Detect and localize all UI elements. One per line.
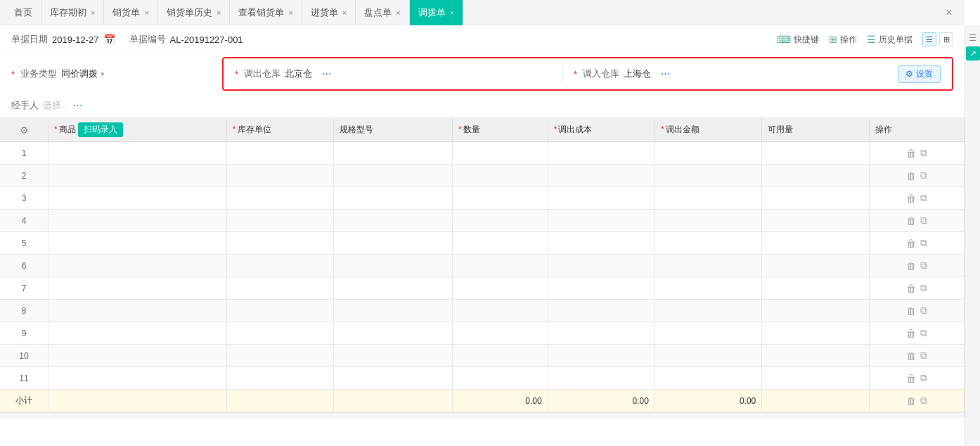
delete-icon[interactable]: 🗑 xyxy=(906,238,916,249)
transfer-out-value[interactable]: 北京仓 xyxy=(285,68,312,80)
calendar-icon[interactable]: 📅 xyxy=(103,34,115,45)
cell-qty[interactable] xyxy=(453,187,548,210)
cell-unit[interactable] xyxy=(226,345,333,367)
cell-unit[interactable] xyxy=(226,322,333,345)
cell-qty[interactable] xyxy=(453,300,548,322)
tab-stocktake[interactable]: 盘点单 × xyxy=(356,0,409,25)
copy-icon[interactable]: ⧉ xyxy=(920,327,927,339)
close-icon[interactable]: × xyxy=(288,8,292,17)
cell-qty[interactable] xyxy=(453,345,548,367)
copy-icon[interactable]: ⧉ xyxy=(920,350,927,362)
transfer-in-value[interactable]: 上海仓 xyxy=(624,68,651,80)
cell-amount[interactable] xyxy=(655,277,761,300)
tab-inventory-init[interactable]: 库存期初 × xyxy=(41,0,104,25)
copy-icon[interactable]: ⧉ xyxy=(920,237,927,249)
cell-cost[interactable] xyxy=(548,367,655,390)
cell-spec[interactable] xyxy=(334,210,453,232)
cell-unit[interactable] xyxy=(226,142,333,165)
cell-available[interactable] xyxy=(762,345,869,367)
delete-icon[interactable]: 🗑 xyxy=(906,373,916,384)
copy-icon[interactable]: ⧉ xyxy=(920,170,927,181)
cell-amount[interactable] xyxy=(655,165,761,187)
cell-unit[interactable] xyxy=(226,277,333,300)
cell-cost[interactable] xyxy=(548,322,655,345)
cell-product[interactable] xyxy=(49,142,227,165)
cell-amount[interactable] xyxy=(655,210,761,232)
tab-sales-history[interactable]: 销货单历史 × xyxy=(158,0,230,25)
cell-qty[interactable] xyxy=(453,210,548,232)
copy-icon[interactable]: ⧉ xyxy=(920,372,927,384)
table-settings-icon[interactable]: ⚙ xyxy=(20,125,29,136)
cell-qty[interactable] xyxy=(453,277,548,300)
close-icon[interactable]: × xyxy=(144,8,148,17)
cell-spec[interactable] xyxy=(334,345,453,367)
date-value[interactable]: 2019-12-27 xyxy=(52,34,99,45)
cell-unit[interactable] xyxy=(226,300,333,322)
delete-icon[interactable]: 🗑 xyxy=(906,350,916,362)
cell-available[interactable] xyxy=(762,277,869,300)
tab-view-sales[interactable]: 查看销货单 × xyxy=(230,0,302,25)
cell-spec[interactable] xyxy=(334,255,453,277)
list-view-btn[interactable]: ☰ xyxy=(922,32,936,46)
right-panel-doc-icon[interactable]: ☰ xyxy=(966,31,980,45)
cell-available[interactable] xyxy=(762,210,869,232)
cell-qty[interactable] xyxy=(453,165,548,187)
cell-unit[interactable] xyxy=(226,255,333,277)
cell-product[interactable] xyxy=(49,255,227,277)
cell-available[interactable] xyxy=(762,255,869,277)
close-icon[interactable]: × xyxy=(450,8,454,17)
cell-cost[interactable] xyxy=(548,255,655,277)
cell-cost[interactable] xyxy=(548,232,655,255)
settings-button[interactable]: ⚙ 设置 xyxy=(898,65,941,83)
cell-qty[interactable] xyxy=(453,232,548,255)
business-type-select[interactable]: 同价调拨 ▾ xyxy=(61,68,105,80)
history-action[interactable]: ☰ 历史单据 xyxy=(867,34,913,46)
copy-icon[interactable]: ⧉ xyxy=(920,192,927,204)
delete-icon[interactable]: 🗑 xyxy=(906,193,916,204)
cell-qty[interactable] xyxy=(453,142,548,165)
shortcut-action[interactable]: ⌨ 快捷键 xyxy=(777,34,819,46)
cell-product[interactable] xyxy=(49,367,227,390)
copy-icon[interactable]: ⧉ xyxy=(920,395,927,407)
cell-unit[interactable] xyxy=(226,187,333,210)
cell-spec[interactable] xyxy=(334,300,453,322)
cell-product[interactable] xyxy=(49,277,227,300)
cell-product[interactable] xyxy=(49,322,227,345)
cell-available[interactable] xyxy=(762,232,869,255)
cell-cost[interactable] xyxy=(548,142,655,165)
close-icon[interactable]: × xyxy=(396,8,400,17)
horizontal-scrollbar[interactable] xyxy=(0,412,965,418)
cell-spec[interactable] xyxy=(334,165,453,187)
cell-qty[interactable] xyxy=(453,322,548,345)
cell-spec[interactable] xyxy=(334,142,453,165)
close-icon[interactable]: × xyxy=(217,8,221,17)
transfer-out-more-btn[interactable]: ··· xyxy=(322,68,331,80)
delete-icon[interactable]: 🗑 xyxy=(906,170,916,181)
cell-spec[interactable] xyxy=(334,187,453,210)
tab-purchase-order[interactable]: 进货单 × xyxy=(302,0,356,25)
copy-icon[interactable]: ⧉ xyxy=(920,215,927,227)
transfer-in-more-btn[interactable]: ··· xyxy=(661,68,670,80)
copy-icon[interactable]: ⧉ xyxy=(920,260,927,272)
cell-unit[interactable] xyxy=(226,367,333,390)
delete-icon[interactable]: 🗑 xyxy=(906,283,916,294)
cell-unit[interactable] xyxy=(226,210,333,232)
cell-available[interactable] xyxy=(762,300,869,322)
cell-available[interactable] xyxy=(762,322,869,345)
cell-cost[interactable] xyxy=(548,345,655,367)
cell-qty[interactable] xyxy=(453,367,548,390)
cell-amount[interactable] xyxy=(655,367,761,390)
cell-cost[interactable] xyxy=(548,300,655,322)
delete-icon[interactable]: 🗑 xyxy=(906,395,916,407)
cell-product[interactable] xyxy=(49,300,227,322)
cell-spec[interactable] xyxy=(334,232,453,255)
cell-amount[interactable] xyxy=(655,187,761,210)
cell-available[interactable] xyxy=(762,367,869,390)
tab-sales-order[interactable]: 销货单 × xyxy=(104,0,157,25)
delete-icon[interactable]: 🗑 xyxy=(906,148,916,159)
cell-unit[interactable] xyxy=(226,165,333,187)
cell-available[interactable] xyxy=(762,142,869,165)
tab-home[interactable]: 首页 xyxy=(6,0,41,25)
cell-spec[interactable] xyxy=(334,277,453,300)
cell-unit[interactable] xyxy=(226,232,333,255)
